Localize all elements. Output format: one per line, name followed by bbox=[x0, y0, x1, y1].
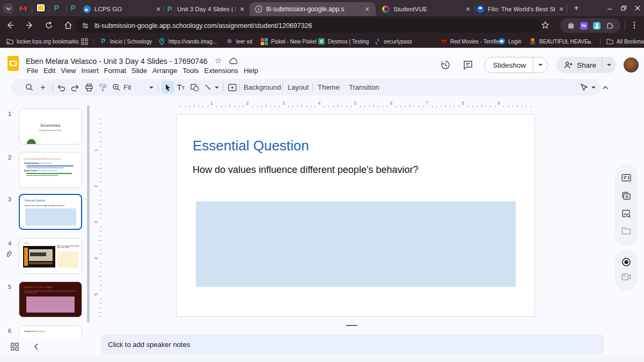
tab-unit3-slides[interactable]: P Unit 3 Day 4 Slides | School ✕ bbox=[166, 2, 246, 16]
grid-view-icon[interactable] bbox=[11, 343, 19, 351]
share-button[interactable]: Share bbox=[557, 57, 616, 73]
bookmark-securlypass[interactable]: securlypass bbox=[374, 35, 412, 48]
slide-thumbnail-5[interactable]: Explore: The Price is Right 1. What do y… bbox=[19, 281, 82, 317]
print-icon[interactable] bbox=[84, 79, 94, 96]
redo-icon[interactable] bbox=[70, 79, 80, 96]
document-title[interactable]: Eben Melara Velasco - Unit 3 Day 4 Slide… bbox=[26, 57, 208, 66]
reload-button[interactable] bbox=[44, 20, 54, 30]
collapse-toolbar-icon[interactable] bbox=[601, 79, 610, 96]
line-dropdown-caret[interactable] bbox=[214, 79, 220, 96]
bookmark-piskel[interactable]: Piskel - New Piskel bbox=[261, 35, 317, 48]
bookmarks-overflow-chevron[interactable]: » bbox=[587, 35, 591, 48]
notes-resize-handle[interactable] bbox=[346, 325, 357, 326]
menu-tools[interactable]: Tools bbox=[180, 66, 201, 76]
slideshow-button[interactable]: Slideshow bbox=[484, 57, 548, 73]
speaker-notes[interactable]: Click to add speaker notes bbox=[101, 334, 604, 354]
pen-tool-icon[interactable] bbox=[579, 79, 589, 96]
transition-button[interactable]: Transition bbox=[349, 79, 379, 96]
pinned-tab-gmail[interactable] bbox=[19, 4, 27, 12]
layout-button[interactable]: Layout bbox=[288, 79, 309, 96]
tab-lti-submission-active[interactable]: lti-submission-google.app.s ✕ bbox=[250, 2, 376, 16]
slide-thumbnail-3-selected[interactable]: Essential Question How do values influen… bbox=[19, 194, 82, 230]
site-settings-icon[interactable] bbox=[82, 22, 89, 30]
record-icon[interactable] bbox=[621, 257, 631, 267]
tab-close-icon[interactable]: ✕ bbox=[154, 6, 163, 13]
window-close-button[interactable] bbox=[634, 5, 641, 11]
undo-icon[interactable] bbox=[56, 79, 67, 96]
slide-thumbnail-4[interactable]: Video What is one thing you learned abou… bbox=[19, 238, 82, 274]
url-bar[interactable]: lti-submission-google.app.schoology.com/… bbox=[75, 18, 541, 33]
menu-format[interactable]: Format bbox=[101, 66, 129, 76]
slideshow-dropdown[interactable] bbox=[533, 57, 547, 73]
shape-tool[interactable] bbox=[189, 79, 201, 96]
pinned-tab-p1[interactable]: P bbox=[54, 4, 62, 12]
slide-title-text[interactable]: Essential Question bbox=[193, 137, 309, 154]
bookmark-beautiful[interactable]: BEAUTIFUL HEAVE... bbox=[529, 35, 592, 48]
version-history-icon[interactable] bbox=[440, 60, 451, 70]
line-tool[interactable] bbox=[203, 79, 213, 96]
search-menus-icon[interactable] bbox=[24, 79, 34, 96]
bookmark-locker[interactable]: locker.lcps.org bookmarks bbox=[6, 35, 79, 48]
bookmark-desmos[interactable]: d Desmos | Testing bbox=[318, 35, 369, 48]
pinned-tab-p2[interactable]: P bbox=[71, 4, 78, 12]
menu-insert[interactable]: Insert bbox=[78, 66, 101, 76]
filmstrip-scrollbar[interactable] bbox=[87, 105, 90, 322]
all-bookmarks[interactable]: All Bookmarks bbox=[606, 35, 644, 48]
bookmark-inicio[interactable]: P Inicio | Schoology bbox=[100, 35, 152, 48]
tab-lcps-go[interactable]: LCPS GO ✕ bbox=[83, 2, 163, 16]
star-document-icon[interactable]: ☆ bbox=[215, 56, 222, 66]
fit-dropdown-caret[interactable] bbox=[148, 79, 155, 96]
text-box-tool[interactable]: TT bbox=[175, 79, 187, 96]
folder-panel-icon[interactable] bbox=[621, 227, 631, 237]
share-dropdown[interactable] bbox=[602, 57, 616, 73]
google-slides-logo[interactable] bbox=[8, 56, 19, 71]
tab-close-icon[interactable]: ✕ bbox=[464, 6, 472, 13]
tab-close-icon[interactable]: ✕ bbox=[238, 6, 246, 13]
browser-menu-icon[interactable] bbox=[630, 20, 640, 30]
slide-thumbnail-6[interactable]: Supply and Demand bbox=[19, 325, 82, 338]
add-slide-button[interactable]: + bbox=[38, 79, 48, 96]
pen-dropdown-caret[interactable] bbox=[590, 79, 597, 96]
extensions-puzzle-icon[interactable] bbox=[606, 22, 613, 30]
background-button[interactable]: Background bbox=[244, 79, 281, 96]
tab-studentvue[interactable]: StudentVUE ✕ bbox=[382, 2, 472, 16]
window-minimize-button[interactable] bbox=[606, 5, 613, 11]
fit-zoom-select[interactable]: Fit bbox=[123, 79, 131, 96]
bookmark-vando[interactable]: https://vando.imag... bbox=[158, 35, 217, 48]
menu-slide[interactable]: Slide bbox=[129, 66, 150, 76]
menu-file[interactable]: File bbox=[24, 66, 41, 76]
bookmark-star-icon[interactable] bbox=[541, 21, 551, 31]
slide-body-text[interactable]: How do values influence different people… bbox=[193, 164, 419, 176]
cloud-status-icon[interactable] bbox=[229, 57, 238, 64]
menu-help[interactable]: Help bbox=[241, 66, 261, 76]
video-camera-icon[interactable] bbox=[621, 273, 631, 283]
tab-close-icon[interactable]: ✕ bbox=[557, 6, 566, 13]
menu-extensions[interactable]: Extensions bbox=[202, 66, 241, 76]
extension-icon-3[interactable] bbox=[593, 22, 601, 30]
tab-close-icon[interactable]: ✕ bbox=[363, 6, 371, 13]
menu-edit[interactable]: Edit bbox=[41, 66, 58, 76]
bookmark-apps-grid-icon[interactable] bbox=[81, 35, 88, 48]
avatar[interactable] bbox=[624, 57, 639, 73]
contact-card-icon[interactable] bbox=[621, 174, 631, 184]
zoom-icon[interactable] bbox=[111, 79, 121, 96]
slide-thumbnail-1[interactable]: Economics Supply/Demand & Price bbox=[19, 108, 82, 144]
bookmark-leerxd[interactable]: ✻ leer xd bbox=[226, 35, 252, 48]
slide-thumbnail-2[interactable]: Learning Intention/Success Criteria Lear… bbox=[19, 152, 82, 188]
slide-canvas[interactable]: Essential Question How do values influen… bbox=[176, 114, 535, 317]
home-button[interactable] bbox=[63, 20, 73, 30]
extension-icon-1[interactable] bbox=[567, 22, 575, 30]
bookmark-redmovies[interactable]: Red Movies - Terrifie... bbox=[440, 35, 504, 48]
select-tool-button[interactable] bbox=[162, 81, 174, 93]
forward-button[interactable] bbox=[25, 20, 34, 30]
menu-view[interactable]: View bbox=[58, 66, 78, 76]
insert-image-tool[interactable] bbox=[226, 79, 238, 96]
tab-filo[interactable]: Filo: The World's Best Study ✕ bbox=[477, 2, 566, 16]
new-tab-button[interactable]: + bbox=[571, 3, 582, 13]
bookmark-login[interactable]: Login bbox=[498, 35, 521, 48]
paint-format-icon[interactable] bbox=[97, 79, 108, 96]
slide-blue-rectangle[interactable] bbox=[196, 201, 516, 287]
menu-arrange[interactable]: Arrange bbox=[150, 66, 180, 76]
collapse-filmstrip-icon[interactable] bbox=[33, 343, 39, 351]
photo-stack-icon[interactable] bbox=[621, 192, 631, 201]
